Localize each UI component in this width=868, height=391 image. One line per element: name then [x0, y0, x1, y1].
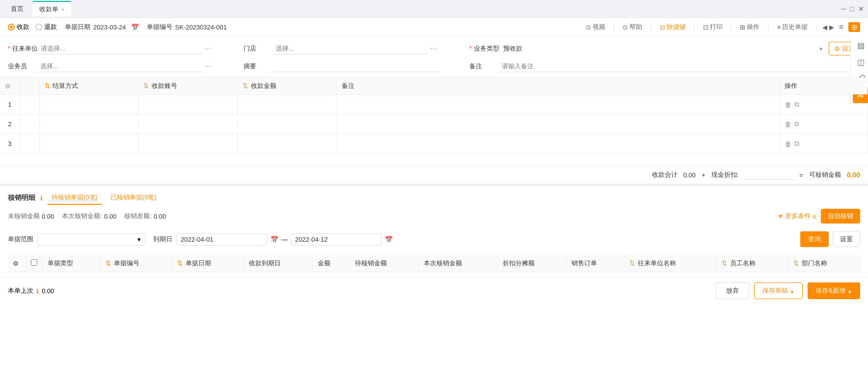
- th-settlement-label: 结算方式: [53, 82, 78, 89]
- help-icon: ⊙: [623, 24, 628, 31]
- window-minimize-icon[interactable]: ─: [841, 5, 846, 13]
- toolbar: 收款 退款 单据日期 2023-03-24 📅 单据编号 SK-20230324…: [0, 18, 868, 37]
- store-input[interactable]: [273, 43, 428, 55]
- td-amount-2[interactable]: [238, 114, 337, 134]
- counterpart-input[interactable]: [38, 43, 202, 55]
- delete-row-3-icon[interactable]: 🗑: [785, 140, 791, 148]
- history-icon: ≡: [777, 24, 781, 31]
- td-settlement-3[interactable]: [39, 134, 138, 154]
- verify-right-actions: ▼ 更多条件 ∧ 自动核销: [777, 209, 860, 223]
- delete-row-2-icon[interactable]: 🗑: [785, 120, 791, 128]
- select-all-checkbox[interactable]: [31, 259, 37, 266]
- copy-row-1-icon[interactable]: ⧉: [794, 100, 799, 109]
- layout-grid-icon[interactable]: ⊞: [848, 22, 860, 32]
- shortcut-btn[interactable]: ⊟ 快捷键: [657, 22, 689, 32]
- window-close-icon[interactable]: ✕: [858, 5, 864, 13]
- range-filter: 单据范围 ▾: [8, 233, 145, 246]
- setting-btn2[interactable]: 设置: [833, 231, 860, 247]
- footer: 本单上次 ℹ 0.00 放弃 保存草稿 ▲ 保存&新增 ▲: [0, 277, 868, 304]
- store-more-btn[interactable]: ···: [428, 44, 440, 53]
- verify-info-icon[interactable]: ℹ: [40, 195, 43, 202]
- tab-close-icon[interactable]: ×: [61, 6, 64, 12]
- copy-row-3-icon[interactable]: ⧉: [794, 140, 799, 148]
- total-label: 收款合计: [652, 170, 678, 179]
- store-label: 门店: [244, 44, 273, 53]
- sidebar-table-icon[interactable]: ▤: [853, 37, 868, 53]
- operation-btn[interactable]: ⊞ 操作: [737, 22, 762, 32]
- discount-label: 现金折扣:: [711, 170, 739, 179]
- save-arrow-icon: ▲: [847, 288, 852, 294]
- radio-receive[interactable]: 收款: [8, 23, 29, 31]
- radio-refund[interactable]: 退款: [35, 23, 57, 31]
- nav-left-icon[interactable]: ◀: [822, 24, 827, 31]
- layout-list-icon[interactable]: ≡: [839, 23, 843, 31]
- td-amount-3[interactable]: [238, 134, 337, 154]
- calendar-to-icon[interactable]: 📅: [385, 236, 393, 243]
- window-maximize-icon[interactable]: □: [850, 5, 854, 13]
- net-value: 0.00: [847, 171, 860, 179]
- td-account-1[interactable]: [138, 95, 238, 114]
- td-remark-2[interactable]: [337, 114, 779, 134]
- business-type-field: * 业务类型 预收款 ▾ ⚙ 设置: [469, 42, 860, 56]
- td-empty-3a: [20, 134, 39, 154]
- print-btn[interactable]: ⊡ 打印: [700, 22, 726, 32]
- payment-type-group: 收款 退款: [8, 23, 57, 31]
- tab-pending[interactable]: 待核销单据(0笔): [48, 191, 102, 205]
- th-remark-label: 备注: [342, 82, 354, 89]
- nav-right-icon[interactable]: ▶: [829, 24, 834, 31]
- td-remark-3[interactable]: [337, 134, 779, 154]
- tab-home[interactable]: 首页: [4, 1, 30, 16]
- bth-date-label: 单据日期: [186, 259, 211, 267]
- radio-receive-dot: [8, 24, 15, 30]
- summary-row: 收款合计 0.00 + 现金折扣: = 可核销金额 0.00: [0, 166, 868, 184]
- summary-input[interactable]: [273, 60, 440, 72]
- help-btn[interactable]: ⊙ 帮助: [620, 22, 645, 32]
- td-settlement-1[interactable]: [39, 95, 138, 114]
- calendar-from-icon[interactable]: 📅: [271, 236, 278, 243]
- date-from-input[interactable]: [176, 233, 268, 246]
- td-account-3[interactable]: [138, 134, 238, 154]
- copy-row-2-icon[interactable]: ⧉: [794, 120, 799, 128]
- td-amount-1[interactable]: [238, 95, 337, 114]
- prev-value: 0.00: [42, 287, 54, 295]
- table-header-row: ⚙ ⇅ 结算方式 ⇅ 收款账号 ⇅ 收款金额: [0, 78, 868, 95]
- business-type-label: * 业务类型: [469, 44, 499, 53]
- calendar-icon[interactable]: 📅: [131, 24, 139, 31]
- discount-input[interactable]: [744, 170, 793, 180]
- td-settlement-2[interactable]: [39, 114, 138, 134]
- sidebar-panel-icon[interactable]: ◫: [853, 54, 868, 70]
- date-value: 2023-03-24: [93, 24, 126, 31]
- save-new-btn[interactable]: 保存&新增 ▲: [808, 282, 860, 299]
- remark-input[interactable]: [499, 60, 860, 72]
- operation-label: 操作: [747, 23, 760, 31]
- bth-pending: 待核销金额: [350, 255, 418, 272]
- store-field: 门店 ···: [244, 43, 440, 55]
- info-icon2[interactable]: ℹ: [36, 287, 39, 295]
- delete-row-1-icon[interactable]: 🗑: [785, 101, 791, 109]
- staff-input[interactable]: [37, 60, 202, 72]
- bottom-table-gear-icon[interactable]: ⚙: [13, 260, 19, 267]
- th-actions: 操作: [779, 78, 868, 95]
- video-btn[interactable]: ⊙ 视频: [583, 22, 608, 32]
- query-btn[interactable]: 查询: [800, 231, 829, 247]
- tab-active[interactable]: 收款单 ×: [32, 1, 71, 17]
- main-table: ⚙ ⇅ 结算方式 ⇅ 收款账号 ⇅ 收款金额: [0, 78, 868, 154]
- history-btn[interactable]: ≡ 历史单据: [774, 22, 811, 32]
- bth-sales-label: 销售订单: [571, 259, 597, 267]
- tab-bar: 首页 收款单 × ─ □ ✕: [0, 0, 868, 18]
- table-gear-icon[interactable]: ⚙: [5, 83, 11, 90]
- td-account-2[interactable]: [138, 114, 238, 134]
- auto-verify-btn[interactable]: 自动核销: [821, 209, 860, 223]
- counterpart-more-btn[interactable]: ···: [202, 44, 214, 53]
- tab-done[interactable]: 已核销单据(0笔): [107, 191, 161, 205]
- range-select[interactable]: ▾: [37, 233, 145, 246]
- save-draft-btn[interactable]: 保存草稿 ▲: [754, 282, 803, 299]
- more-conditions-btn[interactable]: ▼ 更多条件 ∧: [777, 212, 817, 221]
- td-remark-1[interactable]: [337, 95, 779, 114]
- staff-more-btn[interactable]: ···: [202, 62, 214, 71]
- business-type-dropdown-icon[interactable]: ▾: [819, 45, 823, 53]
- date-to-input[interactable]: [291, 233, 382, 246]
- abandon-btn[interactable]: 放弃: [716, 282, 749, 299]
- td-actions-2: 🗑 ⧉: [779, 114, 868, 134]
- filter-icon: ▼: [777, 213, 784, 220]
